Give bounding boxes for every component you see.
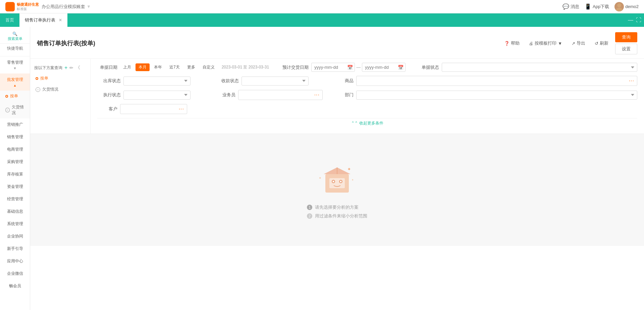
tip-num-2: 2 [307,213,312,219]
collapse-up-icon: ⌃⌃ [351,121,358,125]
date-tag-this-month[interactable]: 本月 [136,63,150,71]
add-plan-icon[interactable]: + [64,65,67,71]
sidebar-sub-item-debt[interactable]: ○ 欠货情况 [0,102,30,118]
tab-sales-order[interactable]: 销售订单执行表 ✕ [19,13,67,27]
main-layout: 🔍 搜索菜单 快捷导航 零售管理 ▼ 批发管理 ▲ 按单 [0,27,644,310]
sidebar-item-member[interactable]: 畅会员 [0,280,30,292]
sidebar-item-purchase[interactable]: 采购管理 [0,156,30,168]
product-input-wrap[interactable]: ··· [356,76,637,86]
app-download-button[interactable]: 📱 App下载 [585,3,609,10]
sidebar-item-wholesale[interactable]: 批发管理 ▲ [0,73,30,91]
sidebar-quick-nav[interactable]: 快捷导航 [0,43,30,53]
filter-plan-title: 按以下方案查询 + ✏ 《 [30,63,90,73]
content-area: 销售订单执行表(按单) ❓ 帮助 🖨 按模板打印 ▼ ↗ 导出 [30,27,644,310]
wholesale-sub-sidebar: 按单 ○ 欠货情况 [0,91,30,118]
svg-text:✦: ✦ [319,176,321,180]
date-tag-last-7days[interactable]: 近7天 [166,63,183,71]
print-icon: 🖨 [529,41,533,46]
search-icon: 🔍 [12,32,17,36]
btn-group-right: 查询 设置 [615,32,637,54]
date-tag-custom[interactable]: 自定义 [200,63,218,71]
tab-maximize-button[interactable]: ⛶ [636,17,641,23]
wholesale-arrow-icon: ▲ [13,84,17,87]
export-button[interactable]: ↗ 导出 [569,39,588,48]
query-button[interactable]: 查询 [615,32,637,42]
sidebar-item-finance[interactable]: 资金管理 [0,180,30,193]
filter-plan-debt[interactable]: ○ 欠货情况 [30,84,90,95]
product-more-icon[interactable]: ··· [629,78,634,84]
status-label: 单据状态 [419,64,439,70]
sidebar-item-basic[interactable]: 基础信息 [0,205,30,218]
collapse-plan-icon[interactable]: 《 [75,65,80,71]
logo-text: 畅捷通好生意 标准版 [17,2,39,11]
sidebar-item-wechat[interactable]: 企业微信 [0,267,30,280]
help-button[interactable]: ❓ 帮助 [501,39,522,48]
date-range-text: 2023-03-01 至 2023-03-31 [222,64,269,70]
status-select[interactable] [442,63,637,72]
execution-status-select[interactable] [123,91,191,100]
date-tag-more[interactable]: 更多 [184,63,198,71]
department-select[interactable] [356,91,637,100]
message-button[interactable]: 💬 消息 [562,3,579,10]
breadcrumb: 办公用品行业模拟账套 ▼ [42,4,91,10]
sidebar-item-guide[interactable]: 新手引导 [0,243,30,255]
collection-status-select[interactable] [241,76,309,86]
settings-button[interactable]: 设置 [615,44,637,54]
sidebar-section: 零售管理 ▼ 批发管理 ▲ 按单 ○ 欠货情况 营销推广 [0,56,30,292]
customer-group: 客户 ··· [97,104,205,114]
sidebar-item-sales[interactable]: 销售管理 [0,131,30,143]
sidebar-item-marketing[interactable]: 营销推广 [0,118,30,131]
refresh-button[interactable]: ↺ 刷新 [592,39,611,48]
svg-text:✦: ✦ [347,166,351,172]
salesperson-more-icon[interactable]: ··· [314,92,320,98]
sidebar-item-corp[interactable]: 企业协同 [0,230,30,243]
template-print-button[interactable]: 🖨 按模板打印 ▼ [526,39,565,48]
sidebar-item-system[interactable]: 系统管理 [0,218,30,230]
user-menu[interactable]: demo2 [614,2,639,11]
sidebar-item-retail[interactable]: 零售管理 ▼ [0,56,30,73]
sidebar-item-inventory[interactable]: 库存核算 [0,168,30,180]
debt-circle-icon: ○ [5,108,10,112]
filter-row-3: 执行状态 业务员 ··· 部门 [97,90,637,100]
tab-home[interactable]: 首页 [0,13,19,27]
svg-text:✦: ✦ [352,178,354,182]
tab-close-button[interactable]: ✕ [59,18,62,22]
delivery-status-select[interactable] [123,76,191,86]
salesperson-input-wrap[interactable]: ··· [238,90,323,100]
plan-debt-icon: ○ [36,87,40,92]
export-icon: ↗ [572,41,575,46]
salesperson-group: 业务员 ··· [215,90,323,100]
date-tag-this-year[interactable]: 本年 [151,63,165,71]
empty-state-wrapper: ✦ ✦ ✦ 1 请先选择要分析的方案 2 用过滤条件来缩小分析范围 [30,134,644,246]
top-nav: 捷 畅捷通好生意 标准版 办公用品行业模拟账套 ▼ 💬 消息 📱 App下载 d… [0,0,644,13]
salesperson-label: 业务员 [215,92,235,98]
logo-area: 捷 畅捷通好生意 标准版 [5,2,39,11]
app-download-icon: 📱 [585,3,591,10]
execution-status-label: 执行状态 [97,92,121,98]
date-field-label: 单据日期 [97,64,117,70]
date-tag-last-month[interactable]: 上月 [120,63,134,71]
sidebar-item-ecommerce[interactable]: 电商管理 [0,143,30,156]
retail-arrow-icon: ▼ [13,66,17,70]
sidebar-item-apps[interactable]: 应用中心 [0,255,30,267]
status-field-group: 单据状态 [419,63,637,72]
filter-plan-sidebar: 按以下方案查询 + ✏ 《 按单 ○ 欠货情况 [30,59,91,134]
edit-plan-icon[interactable]: ✏ [69,65,73,70]
product-label: 商品 [333,78,354,84]
delivery-status-group: 出库状态 [97,76,205,86]
sidebar-sub-item-order[interactable]: 按单 [0,91,30,102]
expected-date-field-group: 预计交货日期 📅 — 📅 [282,63,406,72]
customer-input-wrap[interactable]: ··· [120,104,187,114]
expected-date-label: 预计交货日期 [282,64,309,70]
top-nav-left: 捷 畅捷通好生意 标准版 办公用品行业模拟账套 ▼ [5,2,91,11]
order-dot-icon [5,95,8,98]
sidebar-item-operations[interactable]: 经营管理 [0,193,30,205]
plan-order-dot-icon [36,77,38,80]
filter-plan-order[interactable]: 按单 [30,73,90,84]
sidebar-top: 🔍 搜索菜单 快捷导航 [0,27,30,56]
avatar [614,2,624,11]
tab-minimize-button[interactable]: — [628,17,633,23]
sidebar-search[interactable]: 🔍 搜索菜单 [0,30,30,43]
collapse-button[interactable]: ⌃⌃ 收起更多条件 [351,120,383,126]
customer-more-icon[interactable]: ··· [179,106,184,112]
